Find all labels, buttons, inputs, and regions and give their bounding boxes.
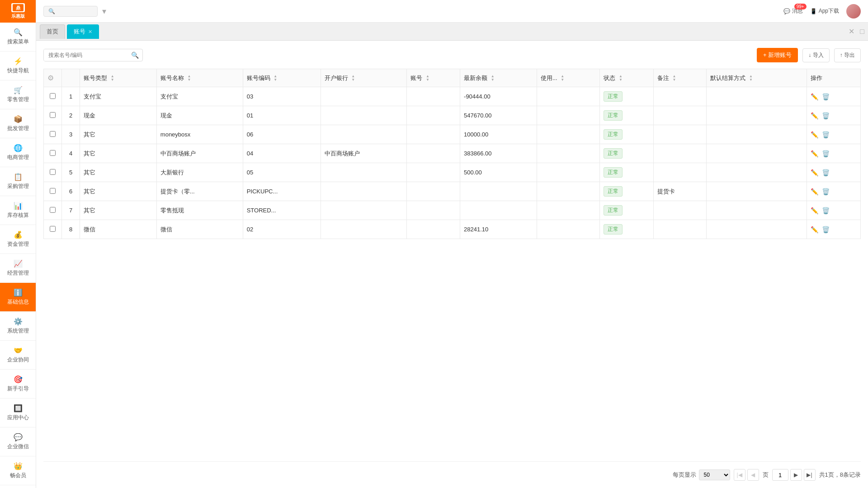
delete-icon[interactable]: 🗑️ bbox=[822, 93, 830, 100]
cell-actions: ✏️ 🗑️ bbox=[807, 163, 861, 182]
import-button[interactable]: ↓ 导入 bbox=[802, 48, 829, 62]
row-checkbox[interactable] bbox=[50, 93, 56, 99]
row-checkbox[interactable] bbox=[50, 226, 56, 232]
header-dropdown-icon[interactable]: ▾ bbox=[102, 6, 106, 16]
row-checkbox[interactable] bbox=[50, 150, 56, 156]
page-nav: |◀ ◀ 页 ▶ ▶| bbox=[734, 469, 816, 481]
cell-account bbox=[407, 182, 460, 201]
cell-checkbox[interactable] bbox=[44, 182, 62, 201]
search-button[interactable]: 🔍 bbox=[127, 52, 142, 59]
page-input[interactable] bbox=[772, 469, 788, 481]
tab-account[interactable]: 账号 ✕ bbox=[67, 24, 99, 39]
edit-icon[interactable]: ✏️ bbox=[811, 188, 818, 195]
sidebar-item-quicknav[interactable]: ⚡ 快捷导航 bbox=[0, 52, 36, 80]
col-usage[interactable]: 使用... ▲▼ bbox=[537, 69, 599, 87]
cell-name: 中百商场账户 bbox=[156, 144, 243, 163]
table-settings-icon[interactable]: ⚙ bbox=[47, 74, 54, 82]
col-remark[interactable]: 备注 ▲▼ bbox=[653, 69, 707, 87]
delete-icon[interactable]: 🗑️ bbox=[822, 112, 830, 119]
row-checkbox[interactable] bbox=[50, 112, 56, 118]
col-type[interactable]: 账号类型 ▲▼ bbox=[80, 69, 157, 87]
cell-bank bbox=[321, 163, 407, 182]
cell-settlement bbox=[707, 106, 807, 125]
row-checkbox[interactable] bbox=[50, 207, 56, 213]
col-balance[interactable]: 最新余额 ▲▼ bbox=[460, 69, 537, 87]
sidebar-item-member[interactable]: 👑 畅会员 bbox=[0, 456, 36, 485]
col-settings[interactable]: ⚙ bbox=[44, 69, 62, 87]
edit-icon[interactable]: ✏️ bbox=[811, 169, 818, 176]
sidebar-label-operations: 经营管理 bbox=[7, 270, 29, 276]
header-search-box[interactable]: 🔍 bbox=[43, 6, 98, 17]
search-menu-icon: 🔍 bbox=[2, 28, 33, 37]
sidebar-item-finance[interactable]: 💰 资金管理 bbox=[0, 225, 36, 254]
cell-checkbox[interactable] bbox=[44, 87, 62, 106]
edit-icon[interactable]: ✏️ bbox=[811, 207, 818, 214]
table-body: 1 支付宝 支付宝 03 -90444.00 正常 ✏️ 🗑️ 2 现金 现金 … bbox=[44, 87, 861, 239]
app-download-button[interactable]: 📱 App下载 bbox=[810, 7, 839, 15]
page-next-button[interactable]: ▶ bbox=[790, 469, 802, 481]
status-badge: 正常 bbox=[604, 110, 623, 121]
cell-checkbox[interactable] bbox=[44, 106, 62, 125]
edit-icon[interactable]: ✏️ bbox=[811, 93, 818, 100]
user-avatar[interactable] bbox=[846, 4, 861, 19]
delete-icon[interactable]: 🗑️ bbox=[822, 169, 830, 176]
delete-icon[interactable]: 🗑️ bbox=[822, 188, 830, 195]
cell-remark: 提货卡 bbox=[653, 182, 707, 201]
edit-icon[interactable]: ✏️ bbox=[811, 131, 818, 138]
page-first-button[interactable]: |◀ bbox=[734, 469, 745, 481]
add-account-button[interactable]: + 新增账号 bbox=[757, 48, 798, 62]
cell-balance: 10000.00 bbox=[460, 125, 537, 144]
col-name[interactable]: 账号名称 ▲▼ bbox=[156, 69, 243, 87]
cell-type: 其它 bbox=[80, 144, 157, 163]
window-close-icon[interactable]: ✕ bbox=[849, 27, 854, 36]
row-checkbox[interactable] bbox=[50, 169, 56, 175]
sidebar-label-wechat-work: 企业微信 bbox=[7, 443, 29, 450]
sidebar-item-purchase[interactable]: 📋 采购管理 bbox=[0, 167, 36, 196]
export-button[interactable]: ↑ 导出 bbox=[834, 48, 861, 62]
cell-balance bbox=[460, 201, 537, 220]
tab-home[interactable]: 首页 bbox=[40, 24, 65, 39]
col-account[interactable]: 账号 ▲▼ bbox=[407, 69, 460, 87]
row-checkbox[interactable] bbox=[50, 188, 56, 194]
cell-checkbox[interactable] bbox=[44, 144, 62, 163]
sidebar-item-inventory[interactable]: 📊 库存核算 bbox=[0, 196, 36, 225]
col-settlement[interactable]: 默认结算方式 ▲▼ bbox=[707, 69, 807, 87]
window-maximize-icon[interactable]: □ bbox=[860, 28, 864, 36]
search-input[interactable] bbox=[44, 49, 127, 61]
sidebar-item-search[interactable]: 🔍 搜索菜单 bbox=[0, 23, 36, 52]
per-page-dropdown[interactable]: 50 100 200 bbox=[699, 469, 730, 480]
cell-checkbox[interactable] bbox=[44, 125, 62, 144]
sidebar-item-system[interactable]: ⚙️ 系统管理 bbox=[0, 312, 36, 341]
sidebar-item-wholesale[interactable]: 📦 批发管理 bbox=[0, 109, 36, 138]
cell-checkbox[interactable] bbox=[44, 163, 62, 182]
page-last-button[interactable]: ▶| bbox=[804, 469, 816, 481]
sidebar-item-enterprise[interactable]: 🤝 企业协同 bbox=[0, 341, 36, 370]
sidebar-item-basic-info[interactable]: ℹ️ 基础信息 bbox=[0, 283, 36, 312]
cell-checkbox[interactable] bbox=[44, 220, 62, 239]
edit-icon[interactable]: ✏️ bbox=[811, 150, 818, 157]
message-button[interactable]: 💬 消息 99+ bbox=[783, 7, 803, 15]
delete-icon[interactable]: 🗑️ bbox=[822, 150, 830, 157]
cell-status: 正常 bbox=[600, 125, 654, 144]
col-status[interactable]: 状态 ▲▼ bbox=[600, 69, 654, 87]
sidebar-item-wechat-work[interactable]: 💬 企业微信 bbox=[0, 427, 36, 456]
sidebar-item-operations[interactable]: 📈 经营管理 bbox=[0, 254, 36, 283]
tab-account-close[interactable]: ✕ bbox=[88, 29, 92, 35]
sidebar-item-retail[interactable]: 🛒 零售管理 bbox=[0, 80, 36, 109]
col-bank[interactable]: 开户银行 ▲▼ bbox=[321, 69, 407, 87]
page-prev-button[interactable]: ◀ bbox=[747, 469, 759, 481]
sidebar-label-basic-info: 基础信息 bbox=[7, 299, 29, 305]
row-checkbox[interactable] bbox=[50, 131, 56, 137]
cell-checkbox[interactable] bbox=[44, 201, 62, 220]
delete-icon[interactable]: 🗑️ bbox=[822, 226, 830, 233]
sidebar-item-ecommerce[interactable]: 🌐 电商管理 bbox=[0, 138, 36, 167]
delete-icon[interactable]: 🗑️ bbox=[822, 207, 830, 214]
edit-icon[interactable]: ✏️ bbox=[811, 226, 818, 233]
cell-remark bbox=[653, 201, 707, 220]
delete-icon[interactable]: 🗑️ bbox=[822, 131, 830, 138]
col-code[interactable]: 账号编码 ▲▼ bbox=[243, 69, 321, 87]
sidebar-item-app-center[interactable]: 🔲 应用中心 bbox=[0, 399, 36, 427]
cell-bank bbox=[321, 125, 407, 144]
edit-icon[interactable]: ✏️ bbox=[811, 112, 818, 119]
sidebar-item-guide[interactable]: 🎯 新手引导 bbox=[0, 370, 36, 399]
